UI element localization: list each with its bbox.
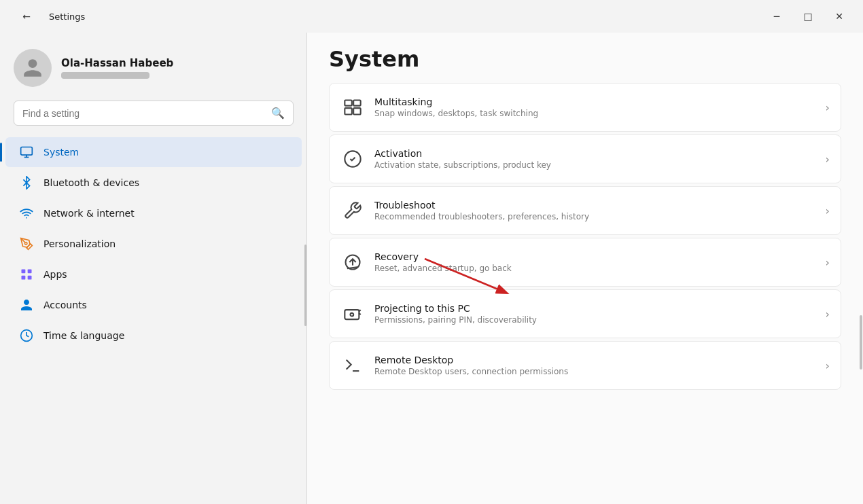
setting-recovery-desc: Reset, advanced startup, go back — [374, 264, 820, 273]
setting-activation-title: Activation — [374, 148, 820, 159]
back-button[interactable]: ← — [11, 5, 42, 27]
setting-multitasking-title: Multitasking — [374, 96, 820, 107]
svg-rect-5 — [28, 270, 32, 274]
apps-icon — [19, 267, 34, 282]
sidebar-item-network[interactable]: Network & internet — [5, 198, 302, 228]
person-icon — [22, 57, 43, 79]
svg-rect-11 — [345, 108, 351, 114]
minimize-button[interactable]: ─ — [761, 5, 792, 27]
setting-troubleshoot-title: Troubleshoot — [374, 200, 820, 211]
monitor-icon — [19, 145, 34, 160]
svg-rect-0 — [21, 147, 33, 156]
search-input[interactable] — [22, 108, 266, 119]
setting-troubleshoot[interactable]: Troubleshoot Recommended troubleshooters… — [329, 186, 841, 235]
svg-rect-9 — [345, 101, 351, 106]
chevron-right-icon: › — [826, 308, 830, 321]
projector-icon — [340, 302, 365, 326]
multitask-icon — [340, 95, 365, 120]
setting-recovery-title: Recovery — [374, 251, 820, 262]
sidebar-item-system[interactable]: System — [5, 137, 302, 167]
sidebar-item-apps-label: Apps — [43, 269, 67, 280]
setting-remote-desktop[interactable]: Remote Desktop Remote Desktop users, con… — [329, 341, 841, 390]
sidebar-item-system-label: System — [43, 147, 79, 158]
main-scrollbar-thumb[interactable] — [860, 315, 862, 370]
page-title: System — [307, 33, 863, 83]
setting-multitasking-text: Multitasking Snap windows, desktops, tas… — [374, 96, 820, 118]
search-icon: 🔍 — [271, 107, 285, 120]
setting-remote-desktop-desc: Remote Desktop users, connection permiss… — [374, 367, 820, 376]
main-scrollbar[interactable] — [859, 33, 863, 504]
search-box[interactable]: 🔍 — [14, 101, 294, 126]
chevron-right-icon: › — [826, 359, 830, 372]
svg-rect-6 — [22, 276, 26, 280]
setting-activation[interactable]: Activation Activation state, subscriptio… — [329, 134, 841, 183]
setting-projecting[interactable]: Projecting to this PC Permissions, pairi… — [329, 289, 841, 338]
sidebar-item-network-label: Network & internet — [43, 208, 135, 219]
setting-projecting-desc: Permissions, pairing PIN, discoverabilit… — [374, 315, 820, 325]
main-panel: System Multitasking Snap windows, deskto… — [307, 33, 863, 504]
setting-multitasking-desc: Snap windows, desktops, task switching — [374, 109, 820, 118]
svg-point-3 — [25, 242, 27, 245]
setting-remote-desktop-title: Remote Desktop — [374, 355, 820, 365]
sidebar-item-accounts-label: Accounts — [43, 300, 87, 310]
user-name: Ola-Hassan Habeeb — [61, 57, 173, 69]
avatar — [14, 49, 52, 87]
window-controls: ─ □ ✕ — [761, 5, 855, 27]
setting-multitasking[interactable]: Multitasking Snap windows, desktops, tas… — [329, 83, 841, 132]
remote-icon — [340, 353, 365, 378]
svg-rect-10 — [353, 101, 361, 106]
wifi-icon — [19, 206, 34, 221]
chevron-right-icon: › — [826, 256, 830, 269]
chevron-right-icon: › — [826, 101, 830, 114]
bluetooth-icon — [19, 175, 34, 190]
chevron-right-icon: › — [826, 153, 830, 166]
nav-list: System Bluetooth & devices Network & int… — [0, 137, 307, 351]
recovery-icon — [340, 250, 365, 274]
sidebar-item-apps[interactable]: Apps — [5, 259, 302, 289]
paint-icon — [19, 236, 34, 251]
svg-rect-12 — [353, 108, 361, 114]
close-button[interactable]: ✕ — [824, 5, 855, 27]
setting-activation-desc: Activation state, subscriptions, product… — [374, 160, 820, 170]
setting-projecting-text: Projecting to this PC Permissions, pairi… — [374, 303, 820, 325]
svg-rect-17 — [345, 310, 359, 319]
wrench-icon — [340, 198, 365, 223]
person-icon — [19, 298, 34, 312]
setting-recovery[interactable]: Recovery Reset, advanced startup, go bac… — [329, 238, 841, 287]
titlebar: ← Settings ─ □ ✕ — [0, 0, 863, 33]
setting-troubleshoot-text: Troubleshoot Recommended troubleshooters… — [374, 200, 820, 221]
sidebar-item-bluetooth[interactable]: Bluetooth & devices — [5, 168, 302, 198]
check-circle-icon — [340, 147, 365, 171]
app-title: Settings — [49, 12, 85, 22]
setting-projecting-title: Projecting to this PC — [374, 303, 820, 314]
setting-remote-desktop-text: Remote Desktop Remote Desktop users, con… — [374, 355, 820, 376]
sidebar-item-personalization-label: Personalization — [43, 238, 116, 249]
clock-icon — [19, 328, 34, 343]
svg-rect-4 — [22, 270, 26, 274]
maximize-button[interactable]: □ — [792, 5, 824, 27]
sidebar-item-accounts[interactable]: Accounts — [5, 290, 302, 320]
settings-list: Multitasking Snap windows, desktops, tas… — [307, 83, 863, 504]
user-info: Ola-Hassan Habeeb — [61, 57, 173, 79]
app-body: Ola-Hassan Habeeb 🔍 System — [0, 33, 863, 504]
svg-point-18 — [351, 313, 354, 317]
user-account-bar — [61, 72, 149, 79]
user-profile[interactable]: Ola-Hassan Habeeb — [0, 41, 307, 101]
sidebar-item-personalization[interactable]: Personalization — [5, 229, 302, 259]
titlebar-left: ← Settings — [11, 5, 85, 27]
sidebar: Ola-Hassan Habeeb 🔍 System — [0, 33, 307, 504]
sidebar-item-time-label: Time & language — [43, 330, 124, 341]
setting-recovery-text: Recovery Reset, advanced startup, go bac… — [374, 251, 820, 273]
sidebar-item-bluetooth-label: Bluetooth & devices — [43, 177, 139, 188]
svg-rect-7 — [28, 276, 32, 280]
sidebar-item-time[interactable]: Time & language — [5, 321, 302, 350]
setting-activation-text: Activation Activation state, subscriptio… — [374, 148, 820, 170]
setting-troubleshoot-desc: Recommended troubleshooters, preferences… — [374, 212, 820, 221]
chevron-right-icon: › — [826, 204, 830, 217]
